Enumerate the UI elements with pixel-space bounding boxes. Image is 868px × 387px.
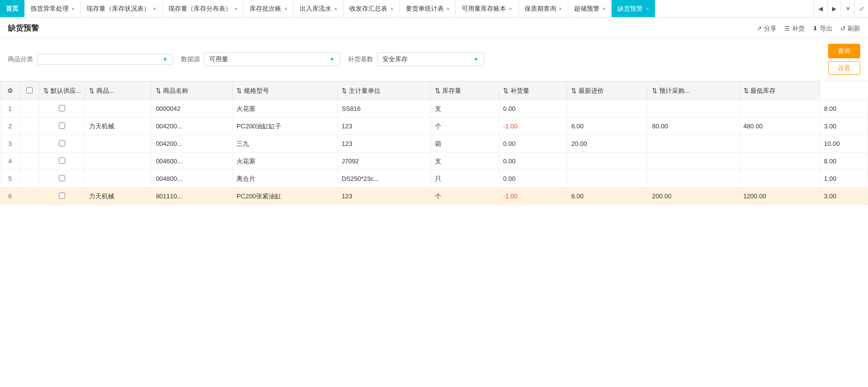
nav-expand-btn[interactable]: ⤢ <box>854 0 868 18</box>
tab-summary[interactable]: 收发存汇总表 × <box>344 0 399 18</box>
price-sort-icon: ⇅ <box>571 87 577 94</box>
row-supplier-0 <box>85 100 152 118</box>
tab-batch-close[interactable]: × <box>284 6 287 12</box>
refresh-action[interactable]: ↺ 刷新 <box>840 24 860 33</box>
tab-demand[interactable]: 要货单统计表 × <box>400 0 456 18</box>
row-checkbox-1[interactable] <box>59 123 65 129</box>
row-checkbox-0[interactable] <box>59 105 65 111</box>
row-index-1: 2 <box>0 118 20 135</box>
tab-overstock-close[interactable]: × <box>602 6 605 12</box>
tab-available-close[interactable]: × <box>509 6 512 12</box>
row-checkbox-cell-2[interactable] <box>39 135 85 153</box>
row-minstock-5: 3.00 <box>820 188 868 205</box>
row-unit-4: 只 <box>431 170 499 188</box>
row-checkbox-4[interactable] <box>59 175 65 181</box>
base-select[interactable]: 安全库存 ▼ <box>377 53 484 66</box>
tab-summary-close[interactable]: × <box>390 6 393 12</box>
col-settings[interactable]: ⚙ <box>0 82 20 100</box>
refresh-icon: ↺ <box>840 25 846 32</box>
col-spec-header[interactable]: ⇅ 规格型号 <box>233 82 338 100</box>
replenish-action[interactable]: ☰ 补货 <box>784 24 805 33</box>
export-action[interactable]: ⬇ 导出 <box>813 24 832 33</box>
row-price-0 <box>648 100 739 118</box>
col-price-header[interactable]: ⇅ 最新进价 <box>567 82 648 100</box>
row-checkbox-3[interactable] <box>59 158 65 164</box>
header-actions: ↗ 分享 ☰ 补货 ⬇ 导出 ↺ 刷新 <box>757 24 860 33</box>
tab-picking-close[interactable]: × <box>72 6 74 12</box>
tab-stock1-close[interactable]: × <box>153 6 156 12</box>
row-name-4: 离合片 <box>233 170 338 188</box>
col-stock-header[interactable]: ⇅ 库存量 <box>431 82 499 100</box>
row-checkbox-5[interactable] <box>59 193 65 199</box>
tab-stock1[interactable]: 现存量（库存状况表） × <box>81 0 162 18</box>
base-arrow-icon: ▼ <box>473 56 479 62</box>
nav-close-btn[interactable]: ✕ <box>841 0 854 18</box>
tab-demand-label: 要货单统计表 <box>406 4 444 13</box>
tab-picking[interactable]: 拣货异常处理 × <box>25 0 81 18</box>
row-minstock-2: 10.00 <box>820 135 868 153</box>
tab-picking-label: 拣货异常处理 <box>31 4 69 13</box>
col-checkbox-header[interactable] <box>20 82 39 100</box>
row-checkbox-cell-1[interactable] <box>39 118 85 135</box>
tab-shortage-close[interactable]: × <box>646 6 649 12</box>
select-all-checkbox[interactable] <box>26 87 33 93</box>
row-checkbox-cell-3[interactable] <box>39 153 85 170</box>
col-unit-header[interactable]: ⇅ 主计量单位 <box>338 82 431 100</box>
row-name-3: 火花塞 <box>233 153 338 170</box>
row-index-4: 5 <box>0 170 20 188</box>
row-minstock-4: 1.00 <box>820 170 868 188</box>
col-estimated-header[interactable]: ⇅ 预计采购... <box>648 82 739 100</box>
export-icon: ⬇ <box>813 25 818 32</box>
col-minstock-header[interactable]: ⇅ 最低库存 <box>739 82 820 100</box>
query-button[interactable]: 查询 <box>828 44 860 58</box>
row-name-5: PC200张紧油缸 <box>233 188 338 205</box>
tab-batch[interactable]: 库存批次账 × <box>244 0 293 18</box>
page-header: 缺货预警 ↗ 分享 ☰ 补货 ⬇ 导出 ↺ 刷新 <box>0 18 868 38</box>
row-supplier-5: 力天机械 <box>85 188 152 205</box>
tab-expiry-close[interactable]: × <box>559 6 562 12</box>
row-index-3: 4 <box>0 153 20 170</box>
row-unit-1: 个 <box>431 118 499 135</box>
tab-expiry[interactable]: 保质期查询 × <box>519 0 568 18</box>
settings-button[interactable]: 设置 <box>828 61 860 75</box>
row-checkbox-cell-5[interactable] <box>39 188 85 205</box>
row-spec-0: SS816 <box>338 100 431 118</box>
category-select[interactable]: ▼ <box>37 54 173 65</box>
tab-batch-label: 库存批次账 <box>250 4 281 13</box>
tab-home[interactable]: 首页 <box>0 0 25 18</box>
row-estimated-0 <box>739 100 820 118</box>
row-checkbox-cell-4[interactable] <box>39 170 85 188</box>
row-settings-3 <box>20 153 39 170</box>
tab-available[interactable]: 可用量库存账本 × <box>456 0 518 18</box>
replenish-label: 补货 <box>792 24 805 33</box>
col-name-header[interactable]: ⇅ 商品名称 <box>152 82 233 100</box>
tab-overstock[interactable]: 超储预警 × <box>568 0 612 18</box>
col-supplier-header[interactable]: ⇅ 默认供应... <box>39 82 85 100</box>
tab-stock2[interactable]: 现存量（库存分布表） × <box>163 0 244 18</box>
row-replenish-1: 6.00 <box>567 118 648 135</box>
row-price-4 <box>648 170 739 188</box>
row-supplier-1: 力天机械 <box>85 118 152 135</box>
table-wrap: ⚙ ⇅ 默认供应... ⇅ 商品... ⇅ 商品名称 ⇅ 规格型号 ⇅ 主计量单… <box>0 81 868 205</box>
col-code-header[interactable]: ⇅ 商品... <box>85 82 152 100</box>
row-spec-2: 123 <box>338 135 431 153</box>
share-action[interactable]: ↗ 分享 <box>757 24 777 33</box>
row-minstock-3: 8.00 <box>820 153 868 170</box>
row-code-4: 004800... <box>152 170 233 188</box>
share-icon: ↗ <box>757 25 762 32</box>
tab-flow-close[interactable]: × <box>334 6 337 12</box>
nav-prev-btn[interactable]: ◀ <box>814 0 827 18</box>
col-replenish-header[interactable]: ⇅ 补货量 <box>499 82 567 100</box>
datasource-select[interactable]: 可用量 ▼ <box>204 53 340 66</box>
tab-demand-close[interactable]: × <box>447 6 450 12</box>
row-checkbox-2[interactable] <box>59 140 65 146</box>
row-price-5: 200.00 <box>648 188 739 205</box>
nav-next-btn[interactable]: ▶ <box>827 0 841 18</box>
row-estimated-3 <box>739 153 820 170</box>
tab-stock2-close[interactable]: × <box>235 6 237 12</box>
tab-home-label: 首页 <box>6 4 18 13</box>
row-checkbox-cell-0[interactable] <box>39 100 85 118</box>
row-price-3 <box>648 153 739 170</box>
tab-shortage[interactable]: 缺货预警 × <box>612 0 655 18</box>
tab-flow[interactable]: 出入库流水 × <box>294 0 344 18</box>
